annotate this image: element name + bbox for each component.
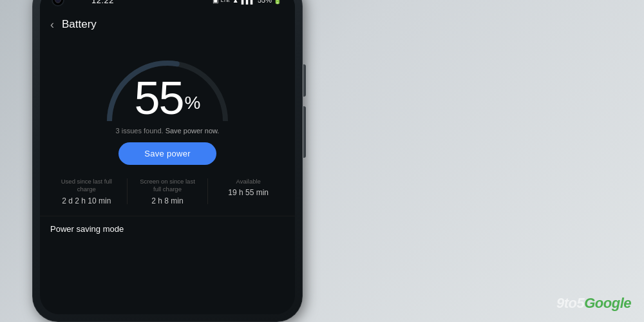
- status-time: 12:22: [91, 0, 114, 5]
- data-icon: LTE: [221, 0, 230, 3]
- battery-symbol: %: [185, 93, 201, 113]
- volume-button: [303, 106, 306, 158]
- battery-screen: 55 % 3 issues found. Save power now. Sav…: [40, 37, 295, 242]
- signal-icon: ▌▌▌: [242, 0, 255, 4]
- save-now-text: Save power now.: [166, 127, 220, 135]
- phone-wrapper: 12:22 ▣ LTE ▲ ▌▌▌ 55% 🔋 ‹ B: [32, 0, 328, 322]
- battery-percent-status: 55%: [258, 0, 272, 4]
- stat-available-label: Available: [236, 178, 260, 185]
- issues-text: 3 issues found. Save power now.: [116, 127, 220, 135]
- stat-screen-on: Screen on since lastfull charge 2 h 8 mi…: [128, 178, 208, 205]
- wifi-icon: ▲: [232, 0, 239, 4]
- battery-number: 55: [135, 75, 184, 121]
- status-bar: 12:22 ▣ LTE ▲ ▌▌▌ 55% 🔋: [40, 0, 295, 12]
- stat-available: Available 19 h 55 min: [208, 178, 289, 205]
- stat-used-since: Used since last fullcharge 2 d 2 h 10 mi…: [46, 178, 127, 205]
- phone-body: 12:22 ▣ LTE ▲ ▌▌▌ 55% 🔋 ‹ B: [32, 0, 303, 322]
- power-button: [303, 64, 306, 97]
- power-saving-label: Power saving mode: [50, 224, 124, 234]
- stat-available-value: 19 h 55 min: [228, 188, 269, 197]
- status-icons: ▣ LTE ▲ ▌▌▌ 55% 🔋: [213, 0, 282, 5]
- stat-screen-value: 2 h 8 min: [151, 196, 183, 205]
- nav-bar: ‹ Battery: [40, 12, 295, 37]
- back-button[interactable]: ‹: [50, 18, 54, 32]
- power-saving-row[interactable]: Power saving mode: [40, 216, 295, 242]
- camera-cutout: [52, 0, 64, 6]
- phone-screen: 12:22 ▣ LTE ▲ ▌▌▌ 55% 🔋 ‹ B: [40, 0, 295, 314]
- issues-count: 3 issues found.: [116, 127, 166, 135]
- nfc-icon: ▣: [213, 0, 218, 4]
- page-title: Battery: [62, 18, 97, 31]
- watermark-suffix: Google: [584, 295, 631, 311]
- scene: 12:22 ▣ LTE ▲ ▌▌▌ 55% 🔋 ‹ B: [0, 0, 644, 322]
- arc-container: 55 %: [97, 50, 238, 121]
- watermark-prefix: 9to5: [556, 295, 584, 311]
- stat-used-value: 2 d 2 h 10 min: [62, 196, 111, 205]
- battery-icon: 🔋: [273, 0, 282, 5]
- camera-lens: [55, 0, 61, 3]
- watermark: 9to5Google: [556, 295, 631, 312]
- battery-status: 55% 🔋: [258, 0, 282, 5]
- battery-percentage-display: 55 %: [135, 75, 201, 121]
- stat-used-label: Used since last fullcharge: [61, 178, 112, 194]
- save-power-button[interactable]: Save power: [118, 142, 216, 165]
- stats-row: Used since last fullcharge 2 d 2 h 10 mi…: [40, 178, 295, 205]
- stat-screen-label: Screen on since lastfull charge: [140, 178, 195, 194]
